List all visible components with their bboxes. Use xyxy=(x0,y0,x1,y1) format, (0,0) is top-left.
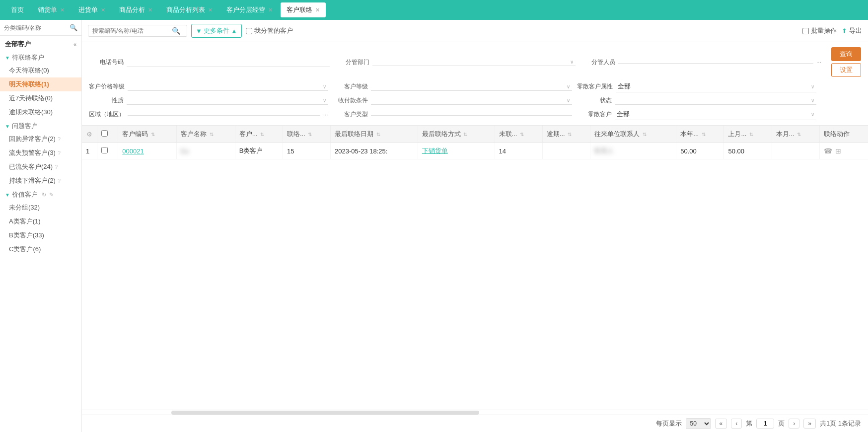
action-more-icon-0[interactable]: ⊞ xyxy=(835,147,841,155)
nav-customer-tier[interactable]: 客户分层经营 ✕ xyxy=(220,2,279,17)
nav-product-analysis-list[interactable]: 商品分析列表 ✕ xyxy=(160,2,218,17)
status-arrow: ∨ xyxy=(811,98,814,103)
export-button[interactable]: ⬆ 导出 xyxy=(842,26,862,35)
sidebar-item-a-class[interactable]: A类客户(1) xyxy=(0,215,81,228)
horizontal-scrollbar[interactable] xyxy=(82,410,868,415)
sidebar-all-customers-header[interactable]: 全部客户 « xyxy=(0,36,81,51)
first-page-button[interactable]: « xyxy=(715,419,727,429)
sidebar-value-group: ▼ 价值客户 ↻ ✎ xyxy=(0,188,81,201)
sidebar-item-7day-pending[interactable]: 近7天待联络(0) xyxy=(0,91,81,105)
customer-code-link-0[interactable]: 000021 xyxy=(122,147,144,155)
sort-code-icon[interactable]: ⇅ xyxy=(151,132,155,137)
sort-this-month-icon[interactable]: ⇅ xyxy=(797,132,801,137)
sidebar-search-icon[interactable]: 🔍 xyxy=(70,24,77,31)
field-customer-level: 客户等级 ∨ xyxy=(333,82,573,91)
select-all-checkbox[interactable] xyxy=(101,130,108,137)
price-level-arrow: ∨ xyxy=(323,84,326,89)
prev-page-button[interactable]: ‹ xyxy=(731,419,742,429)
nav-purchase-order-close[interactable]: ✕ xyxy=(101,7,105,13)
my-customers-checkbox[interactable] xyxy=(246,28,252,34)
gender-select[interactable]: ∨ xyxy=(127,97,328,105)
nav-product-analysis[interactable]: 商品分析 ✕ xyxy=(113,2,158,17)
sidebar-item-churn-warning[interactable]: 流失预警客户(3) ? xyxy=(0,146,81,160)
main-search-input[interactable] xyxy=(92,27,172,34)
batch-op-checkbox[interactable] xyxy=(802,28,809,34)
row-checkbox-0[interactable] xyxy=(101,147,108,153)
pagination-bar: 每页显示 50 100 200 « ‹ 第 页 › » 共1页 1条记录 xyxy=(82,415,868,432)
sort-type-icon[interactable]: ⇅ xyxy=(260,132,264,137)
sidebar-pending-group: ▼ 待联络客户 xyxy=(0,51,81,64)
sidebar-item-ungrouped[interactable]: 未分组(32) xyxy=(0,201,81,215)
help-icon-0[interactable]: ? xyxy=(58,136,61,142)
value-refresh-icon[interactable]: ↻ xyxy=(42,192,46,198)
sort-last-month-icon[interactable]: ⇅ xyxy=(749,132,753,137)
next-page-button[interactable]: › xyxy=(789,419,799,429)
value-edit-icon[interactable]: ✎ xyxy=(49,192,54,198)
customer-level-arrow: ∨ xyxy=(567,84,570,89)
sidebar-item-churned[interactable]: 已流失客户(24) ? xyxy=(0,160,81,174)
page-size-select[interactable]: 50 100 200 xyxy=(686,418,711,429)
my-customers-checkbox-wrap[interactable]: 我分管的客户 xyxy=(246,26,293,35)
nav-product-analysis-close[interactable]: ✕ xyxy=(148,7,152,13)
main-search-icon[interactable]: 🔍 xyxy=(172,27,180,35)
scrollbar-thumb[interactable] xyxy=(171,411,479,415)
batch-op-button[interactable]: 批量操作 xyxy=(802,26,837,35)
field-gender: 性质 ∨ xyxy=(89,96,328,105)
sort-unit-contact-icon[interactable]: ⇅ xyxy=(643,132,647,137)
sidebar-item-overdue-pending[interactable]: 逾期未联络(30) xyxy=(0,105,81,119)
payment-select[interactable]: ∨ xyxy=(371,97,573,105)
nav-customer-contact[interactable]: 客户联络 ✕ xyxy=(281,2,326,17)
nav-sales-order[interactable]: 销货单 ✕ xyxy=(32,2,71,17)
sidebar-item-c-class[interactable]: C类客户(6) xyxy=(0,242,81,256)
customer-type-select[interactable] xyxy=(371,113,573,116)
last-method-link-0[interactable]: 下销货单 xyxy=(422,147,448,154)
sort-name-icon[interactable]: ⇅ xyxy=(210,132,214,137)
retail-customer-select[interactable]: 全部 ∨ xyxy=(615,109,816,120)
gear-icon[interactable]: ⚙ xyxy=(86,131,92,138)
last-page-button[interactable]: » xyxy=(803,419,816,429)
sidebar-search-input[interactable] xyxy=(4,24,68,31)
region-dots[interactable]: ··· xyxy=(323,111,328,118)
phone-input[interactable] xyxy=(127,58,330,67)
price-level-select[interactable]: ∨ xyxy=(128,83,328,91)
sidebar-collapse-icon[interactable]: « xyxy=(73,41,76,47)
reset-button[interactable]: 设置 xyxy=(831,63,861,77)
sort-last-date-icon[interactable]: ⇅ xyxy=(376,132,380,137)
cell-action-0: ☎ ⊞ xyxy=(819,143,868,159)
sidebar-pending-label: 待联络客户 xyxy=(12,53,44,62)
action-contact-icon-0[interactable]: ☎ xyxy=(824,147,832,155)
branch-person-dots[interactable]: ··· xyxy=(816,59,821,66)
th-name: 客户名称 ⇅ xyxy=(177,126,235,143)
sidebar-item-abnormal-repurchase[interactable]: 回购异常客户(2) ? xyxy=(0,132,81,146)
filter-action-buttons: 查询 设置 xyxy=(831,47,861,77)
help-icon-2[interactable]: ? xyxy=(55,164,58,170)
nav-customer-contact-close[interactable]: ✕ xyxy=(315,7,320,13)
sort-contact-count-icon[interactable]: ⇅ xyxy=(308,132,312,137)
status-select[interactable]: ∨ xyxy=(615,97,816,105)
sidebar-item-declining[interactable]: 持续下滑客户(2) ? xyxy=(0,174,81,188)
page-number-input[interactable] xyxy=(756,419,774,429)
more-filter-button[interactable]: ▼ 更多条件 ▲ xyxy=(191,24,242,38)
region-select[interactable] xyxy=(128,113,320,116)
sidebar-item-tomorrow-pending[interactable]: 明天待联络(1) xyxy=(0,77,81,91)
help-icon-1[interactable]: ? xyxy=(58,150,61,156)
branch-dept-select[interactable]: ∨ xyxy=(372,58,576,66)
retail-attr-select[interactable]: 全部 ∨ xyxy=(616,81,816,92)
nav-product-analysis-label: 商品分析 xyxy=(119,5,145,14)
help-icon-3[interactable]: ? xyxy=(58,178,61,184)
nav-product-analysis-list-close[interactable]: ✕ xyxy=(208,7,213,13)
branch-person-select[interactable] xyxy=(618,61,813,64)
nav-sales-order-close[interactable]: ✕ xyxy=(60,7,65,13)
sort-last-method-icon[interactable]: ⇅ xyxy=(463,132,467,137)
sort-overdue-icon[interactable]: ⇅ xyxy=(568,132,572,137)
nav-home[interactable]: 首页 xyxy=(5,2,30,17)
phone-label: 电话号码 xyxy=(89,58,124,67)
query-button[interactable]: 查询 xyxy=(831,47,861,61)
nav-customer-tier-close[interactable]: ✕ xyxy=(268,7,273,13)
nav-purchase-order[interactable]: 进货单 ✕ xyxy=(72,2,111,17)
customer-level-select[interactable]: ∨ xyxy=(371,83,573,91)
sidebar-item-b-class[interactable]: B类客户(33) xyxy=(0,228,81,242)
sort-this-year-icon[interactable]: ⇅ xyxy=(702,132,706,137)
sidebar-item-today-pending[interactable]: 今天待联络(0) xyxy=(0,64,81,77)
sort-uncontacted-icon[interactable]: ⇅ xyxy=(520,132,524,137)
